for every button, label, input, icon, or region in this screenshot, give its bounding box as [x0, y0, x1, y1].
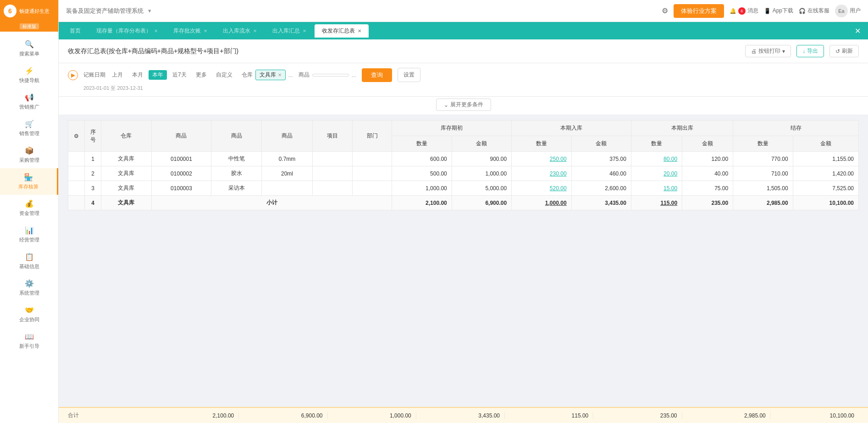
export-button[interactable]: ↓ 导出	[796, 45, 824, 57]
warehouse-tag-close[interactable]: ✕	[278, 72, 282, 77]
tab-collect-sum[interactable]: 收发存汇总表 ✕	[315, 24, 369, 38]
sub-in-qty[interactable]: 1,000.00	[512, 196, 571, 210]
sidebar-item-purchase[interactable]: 📦 采购管理	[0, 142, 58, 168]
cell-in-qty[interactable]: 230.00	[512, 166, 571, 181]
tab-collect-sum-close[interactable]: ✕	[358, 28, 361, 33]
cell-balance-amt: 1,155.00	[793, 152, 858, 166]
date-btn-custom[interactable]: 自定义	[212, 70, 236, 80]
sidebar-item-sales[interactable]: 🛒 销售管理	[0, 115, 58, 142]
cell-goods-name: 胶水	[211, 166, 262, 181]
tabbar-close-button[interactable]: ✕	[851, 27, 864, 35]
sidebar-item-label: 营销推广	[19, 104, 39, 110]
page-content: 收发存汇总表(按仓库+商品编码+商品+规格型号+项目+部门) 🖨 按钮打印 ▾ …	[59, 39, 868, 407]
avatar: Ea	[835, 5, 848, 17]
cell-in-qty[interactable]: 520.00	[512, 181, 571, 196]
cell-goods-spec	[261, 181, 312, 196]
table-settings-icon[interactable]: ⚙	[74, 133, 79, 139]
tab-batch-label: 库存批次账	[173, 27, 201, 35]
goods-more[interactable]: ...	[352, 72, 356, 78]
tab-inout-flow[interactable]: 出入库流水 ✕	[216, 24, 264, 38]
tab-stock-dist-close[interactable]: ✕	[154, 28, 158, 33]
cell-balance-qty: 770.00	[733, 152, 793, 166]
tab-stock-dist[interactable]: 现存量（库存分布表） ✕	[89, 24, 165, 38]
sidebar-item-label: 系统管理	[19, 290, 39, 297]
page-header: 收发存汇总表(按仓库+商品编码+商品+规格型号+项目+部门) 🖨 按钮打印 ▾ …	[59, 39, 868, 63]
sidebar-item-quick-nav[interactable]: ⚡ 快捷导航	[0, 62, 58, 88]
filter-settings-button[interactable]: 设置	[398, 68, 420, 82]
sidebar-item-base[interactable]: 📋 基础信息	[0, 248, 58, 275]
sub-out-qty[interactable]: 115.00	[631, 196, 682, 210]
cell-out-qty[interactable]: 80.00	[631, 152, 682, 166]
date-btn-this-month[interactable]: 本月	[128, 70, 147, 80]
base-icon: 📋	[25, 253, 34, 261]
cell-goods-spec: 20ml	[261, 166, 312, 181]
tab-inout-sum-close[interactable]: ✕	[303, 28, 306, 33]
refresh-icon: ↺	[835, 48, 840, 55]
tab-batch[interactable]: 库存批次账 ✕	[166, 24, 215, 38]
notification-item[interactable]: 🔔 6 6 消息	[730, 7, 758, 15]
cell-balance-amt: 7,525.00	[793, 181, 858, 196]
cell-out-qty[interactable]: 15.00	[631, 181, 682, 196]
sidebar-item-corp[interactable]: 🤝 企业协同	[0, 301, 58, 328]
date-btn-more[interactable]: 更多	[192, 70, 210, 80]
tab-batch-close[interactable]: ✕	[204, 28, 207, 33]
subtotal-row: 4 文具库 小计 2,100.00 6,900.00 1,000.00 3,43…	[68, 196, 859, 210]
tab-home[interactable]: 首页	[62, 24, 88, 38]
sidebar-item-system[interactable]: ⚙️ 系统管理	[0, 275, 58, 301]
sidebar-item-finance[interactable]: 💰 资金管理	[0, 195, 58, 221]
user-label: 用户	[850, 7, 861, 15]
refresh-label: 刷新	[842, 47, 853, 55]
footer-out-amt: 235.00	[593, 412, 682, 419]
edition-badge: 标准版	[20, 23, 39, 29]
online-service-label: 在线客服	[807, 7, 829, 15]
filter-expand-button[interactable]: ▶	[68, 70, 78, 80]
print-button[interactable]: 🖨 按钮打印 ▾	[745, 45, 791, 57]
user-item[interactable]: Ea 用户	[835, 5, 861, 17]
sidebar-edition: 标准版	[0, 22, 58, 32]
cell-in-qty[interactable]: 250.00	[512, 152, 571, 166]
settings-button[interactable]: ⚙	[662, 6, 668, 15]
inventory-icon: 🏪	[24, 173, 33, 181]
cell-opening-qty: 600.00	[392, 152, 452, 166]
cell-check[interactable]	[68, 166, 85, 181]
th-balance-qty: 数量	[733, 136, 793, 152]
warehouse-tag-text: 文具库	[260, 71, 276, 79]
cell-check[interactable]	[68, 181, 85, 196]
cell-out-qty[interactable]: 20.00	[631, 166, 682, 181]
cell-project	[313, 181, 353, 196]
date-btn-last-month[interactable]: 上月	[108, 70, 127, 80]
page-header-actions: 🖨 按钮打印 ▾ ↓ 导出 ↺ 刷新	[745, 45, 859, 57]
date-btn-this-year[interactable]: 本年	[149, 70, 167, 80]
refresh-button[interactable]: ↺ 刷新	[829, 45, 859, 57]
th-settings[interactable]: ⚙	[68, 121, 85, 152]
sidebar-item-inventory[interactable]: 🏪 库存核算	[0, 168, 58, 195]
tab-inout-sum[interactable]: 出入库汇总 ✕	[265, 24, 314, 38]
query-button[interactable]: 查询	[362, 68, 392, 82]
search-icon: 🔍	[25, 40, 34, 49]
marketing-icon: 📢	[25, 93, 34, 102]
business-icon: 📊	[25, 226, 34, 235]
tab-inout-flow-close[interactable]: ✕	[253, 28, 257, 33]
trial-button[interactable]: 体验行业方案	[674, 4, 724, 18]
cell-goods-name: 采访本	[211, 181, 262, 196]
sidebar-item-business[interactable]: 📊 经营管理	[0, 221, 58, 248]
app-download-item[interactable]: 📱 App下载	[764, 7, 793, 15]
sidebar-item-marketing[interactable]: 📢 营销推广	[0, 88, 58, 115]
cell-check[interactable]	[68, 152, 85, 166]
cell-no: 2	[85, 166, 101, 181]
filter-expand-row: ⌄ 展开更多条件	[59, 97, 868, 115]
warehouse-more[interactable]: ...	[288, 72, 293, 78]
sidebar-item-search[interactable]: 🔍 搜索菜单	[0, 35, 58, 62]
cell-department	[352, 181, 392, 196]
goods-input[interactable]	[312, 74, 349, 77]
expand-more-button[interactable]: ⌄ 展开更多条件	[436, 99, 491, 111]
date-btn-7days[interactable]: 近7天	[169, 70, 190, 80]
sub-no: 4	[85, 196, 101, 210]
logo-text: 畅捷通好生意	[19, 8, 50, 14]
sidebar-item-guide[interactable]: 📖 新手引导	[0, 328, 58, 354]
cell-goods-spec: 0.7mm	[261, 152, 312, 166]
sub-out-amt: 235.00	[682, 196, 733, 210]
th-department: 部门	[352, 121, 392, 152]
online-service-item[interactable]: 🎧 在线客服	[799, 7, 829, 15]
page-title-row: 收发存汇总表(按仓库+商品编码+商品+规格型号+项目+部门) 🖨 按钮打印 ▾ …	[68, 45, 859, 57]
